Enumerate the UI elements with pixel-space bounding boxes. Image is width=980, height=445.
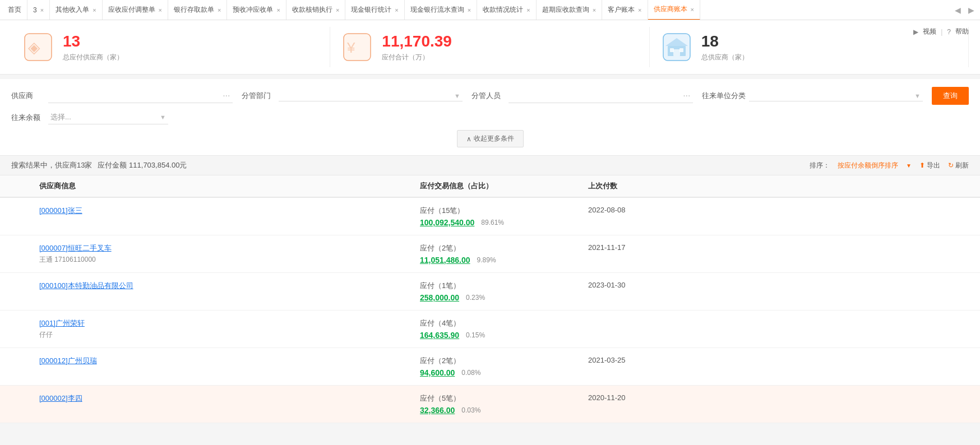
stat-content-total-supplier: 18 总供应商（家）	[701, 32, 748, 63]
tx-pct: 0.08%	[461, 369, 480, 377]
nav-tab-ap-adjust[interactable]: 应收应付调整单×	[103, 0, 168, 20]
person-input[interactable]	[511, 91, 683, 100]
nav-tab-home[interactable]: 首页	[2, 0, 27, 20]
tx-amount[interactable]: 100,092,540.00	[420, 218, 474, 227]
nav-arrow-right[interactable]: ▶	[964, 0, 978, 20]
help-icon: ?	[947, 28, 951, 36]
result-bar: 搜索结果中，供应商13家 应付金额 111,703,854.00元 排序： 按应…	[0, 156, 980, 175]
dept-filter-select[interactable]: ▼	[279, 91, 463, 101]
divider: |	[941, 28, 942, 36]
stat-content-payable-total: 11,170.39 应付合计（万）	[382, 32, 452, 63]
nav-tab-customer-account[interactable]: 客户账本×	[602, 0, 648, 20]
close-tab-bank-deposit[interactable]: ×	[218, 7, 221, 13]
stat-content-supplier-payable: 13 总应付供应商（家）	[63, 32, 123, 63]
last-pay-date: 2021-11-17	[588, 243, 969, 252]
sort-value[interactable]: 按应付余额倒序排序	[838, 161, 898, 170]
close-tab-prepay-charge[interactable]: ×	[276, 7, 280, 13]
supplier-dots-icon: ···	[223, 91, 230, 101]
person-filter-input[interactable]: ···	[509, 89, 693, 103]
export-icon: ⬆	[919, 161, 925, 169]
tx-amount[interactable]: 164,635.90	[420, 331, 459, 340]
close-tab-overdue-query[interactable]: ×	[593, 7, 596, 13]
last-pay-date: 2023-01-30	[588, 281, 969, 289]
tx-pct: 0.15%	[466, 331, 485, 339]
transaction-info: 应付（5笔） 32,366.00 0.03%	[420, 393, 588, 415]
nav-tab-prepay-charge[interactable]: 预收冲应收单×	[227, 0, 286, 20]
close-tab-cash-bank-stat[interactable]: ×	[395, 7, 398, 13]
col-header-index	[11, 181, 39, 191]
supplier-info: [000007]恒旺二手叉车 王通 17106110000	[39, 243, 420, 265]
tx-amount[interactable]: 94,600.00	[420, 368, 455, 377]
supplier-link[interactable]: [000007]恒旺二手叉车	[39, 243, 420, 253]
row-index	[11, 393, 39, 396]
query-button[interactable]: 查询	[932, 87, 969, 105]
top-right-links: ▶ 视频 | ? 帮助	[913, 27, 969, 36]
export-action[interactable]: ⬆ 导出	[919, 161, 940, 170]
refresh-action[interactable]: ↻ 刷新	[948, 161, 969, 170]
row-index	[11, 318, 39, 321]
stat-block-payable-total: ¥ 11,170.39 应付合计（万）	[330, 27, 649, 67]
table-row: [000007]恒旺二手叉车 王通 17106110000 应付（2笔） 11,…	[0, 235, 980, 273]
tx-pct: 0.03%	[461, 406, 480, 414]
transaction-info: 应付（2笔） 94,600.00 0.08%	[420, 356, 588, 377]
collapse-button[interactable]: ∧ 收起更多条件	[457, 130, 524, 147]
nav-tab-other-income[interactable]: 其他收入单×	[50, 0, 102, 20]
nav-tab-payment-verify[interactable]: 收款核销执行×	[286, 0, 345, 20]
tx-amount[interactable]: 258,000.00	[420, 293, 459, 302]
filter-item-person: 分管人员 ···	[471, 89, 693, 103]
supplier-payable-icon: ◈	[22, 31, 54, 63]
close-tab-supplier-account[interactable]: ×	[691, 6, 694, 13]
nav-tab-collect-stat[interactable]: 收款情况统计×	[477, 0, 536, 20]
tx-pct: 89.61%	[481, 219, 504, 226]
close-tab-other-income[interactable]: ×	[93, 7, 96, 13]
dept-caret-icon: ▼	[454, 92, 460, 99]
tx-amount[interactable]: 11,051,486.00	[420, 256, 470, 265]
stat-block-supplier-payable: ◈ 13 总应付供应商（家）	[11, 27, 330, 67]
supplier-sub: 仔仔	[39, 331, 53, 339]
filter-area: 供应商 ··· 分管部门 ▼ 分管人员 ··· 往来单位分类	[0, 79, 980, 156]
nav-tab-tab3[interactable]: 3×	[27, 0, 50, 20]
nav-tab-bank-deposit[interactable]: 银行存取款单×	[168, 0, 227, 20]
nav-tab-cash-bank-flow[interactable]: 现金银行流水查询×	[405, 0, 477, 20]
help-link[interactable]: 帮助	[955, 27, 969, 36]
close-tab-payment-verify[interactable]: ×	[336, 7, 339, 13]
last-pay-date: 2021-03-25	[588, 356, 969, 364]
category-filter-select[interactable]: ▼	[749, 91, 923, 101]
balance-filter-select[interactable]: 选择... ▼	[48, 110, 168, 124]
supplier-input[interactable]	[50, 91, 223, 100]
export-label[interactable]: 导出	[927, 161, 940, 170]
supplier-link[interactable]: [000001]张三	[39, 206, 420, 216]
supplier-filter-input[interactable]: ···	[48, 89, 233, 103]
supplier-info: [001]广州荣轩 仔仔	[39, 318, 420, 340]
close-tab-tab3[interactable]: ×	[40, 7, 44, 13]
supplier-filter-label: 供应商	[11, 91, 45, 101]
close-tab-cash-bank-flow[interactable]: ×	[468, 7, 471, 13]
svg-rect-6	[670, 48, 674, 52]
stat-label-payable-total: 应付合计（万）	[382, 53, 452, 62]
nav-tab-cash-bank-stat[interactable]: 现金银行统计×	[345, 0, 404, 20]
row-index	[11, 243, 39, 245]
tx-pct: 9.89%	[477, 256, 496, 264]
supplier-link[interactable]: [000012]广州贝瑞	[39, 356, 420, 366]
close-tab-customer-account[interactable]: ×	[638, 7, 641, 13]
tx-label: 应付（2笔）	[420, 356, 588, 366]
tx-label: 应付（4笔）	[420, 318, 588, 328]
last-pay-date: 2020-11-20	[588, 393, 969, 402]
supplier-link[interactable]: [000002]李四	[39, 393, 420, 404]
supplier-link[interactable]: [001]广州荣轩	[39, 318, 420, 328]
refresh-label[interactable]: 刷新	[955, 161, 969, 170]
nav-tab-overdue-query[interactable]: 超期应收款查询×	[537, 0, 602, 20]
video-link[interactable]: 视频	[923, 27, 936, 36]
nav-arrow-left[interactable]: ◀	[951, 0, 964, 20]
close-tab-ap-adjust[interactable]: ×	[159, 7, 162, 13]
close-tab-collect-stat[interactable]: ×	[526, 7, 530, 13]
supplier-sub: 王通 17106110000	[39, 256, 96, 263]
collapse-label: 收起更多条件	[474, 134, 514, 143]
col-header-lastpay: 上次付数	[588, 181, 969, 191]
tx-amount[interactable]: 32,366.00	[420, 406, 455, 415]
supplier-info: [000002]李四	[39, 393, 420, 405]
category-filter-label: 往来单位分类	[702, 91, 746, 101]
supplier-link[interactable]: [000100]本特勤油品有限公司	[39, 281, 420, 291]
nav-tab-supplier-account[interactable]: 供应商账本×	[648, 0, 700, 20]
filter-item-category: 往来单位分类 ▼	[702, 91, 923, 101]
